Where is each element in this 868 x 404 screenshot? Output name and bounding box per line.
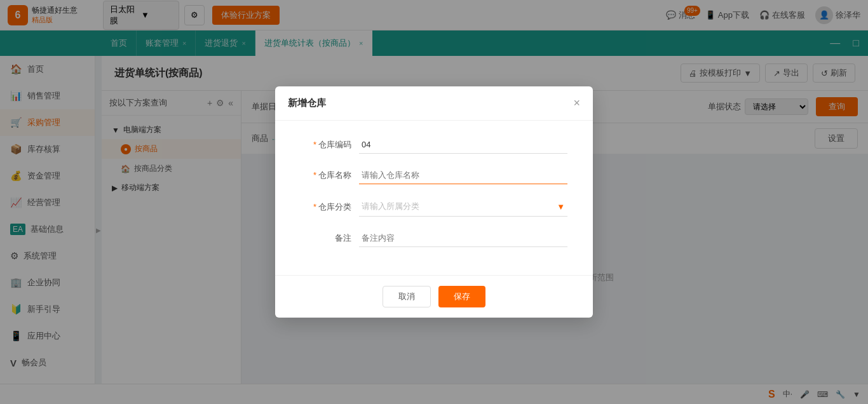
modal-footer: 取消 保存 [275,275,593,318]
name-input[interactable] [359,166,567,184]
cancel-button[interactable]: 取消 [383,286,431,307]
save-button[interactable]: 保存 [438,286,485,307]
code-label: 仓库编码 [301,139,351,151]
name-label: 仓库名称 [301,170,351,181]
code-field-row: 仓库编码 [301,136,567,154]
category-placeholder: 请输入所属分类 [362,201,557,212]
modal-close-button[interactable]: × [573,97,580,110]
category-select[interactable]: 请输入所属分类 ▼ [359,197,567,217]
category-arrow-icon: ▼ [557,202,565,212]
note-label: 备注 [301,232,351,244]
category-field-row: 仓库分类 请输入所属分类 ▼ [301,197,567,217]
code-input[interactable] [359,136,567,154]
add-warehouse-modal: 新增仓库 × 仓库编码 仓库名称 仓库分类 请输入所属分类 ▼ [275,86,593,318]
modal-header: 新增仓库 × [275,86,593,121]
name-field-row: 仓库名称 [301,166,567,184]
modal-body: 仓库编码 仓库名称 仓库分类 请输入所属分类 ▼ 备注 [275,121,593,275]
category-label: 仓库分类 [301,201,351,213]
note-field-row: 备注 [301,229,567,247]
note-input[interactable] [359,229,567,247]
modal-title: 新增仓库 [288,97,326,109]
modal-overlay[interactable]: 新增仓库 × 仓库编码 仓库名称 仓库分类 请输入所属分类 ▼ [0,0,868,404]
